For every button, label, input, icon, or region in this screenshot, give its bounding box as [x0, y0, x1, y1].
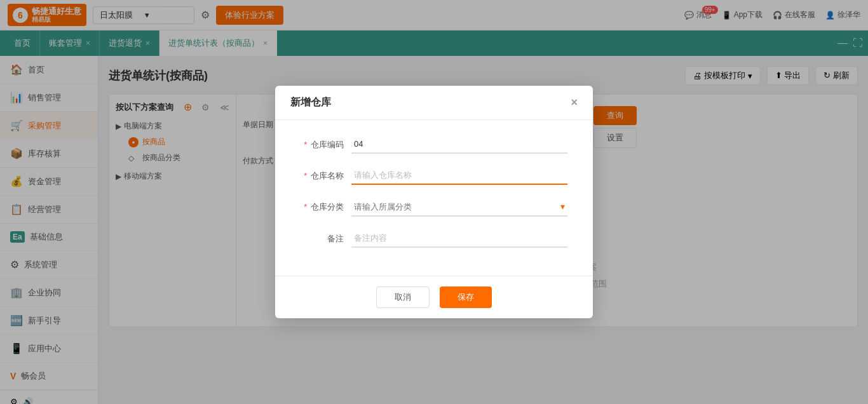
modal-overlay: 新增仓库 × * 仓库编码 * 仓库名称	[0, 0, 868, 404]
modal-close-button[interactable]: ×	[571, 96, 578, 109]
name-input[interactable]	[351, 166, 567, 185]
code-form-row: * 仓库编码	[301, 135, 567, 154]
note-input[interactable]	[351, 229, 567, 248]
required-star-code: *	[304, 140, 307, 149]
required-star-name: *	[304, 171, 307, 180]
modal-title: 新增仓库	[290, 96, 331, 109]
cancel-button[interactable]: 取消	[376, 286, 430, 308]
save-button[interactable]: 保存	[440, 286, 492, 308]
new-warehouse-modal: 新增仓库 × * 仓库编码 * 仓库名称	[275, 86, 593, 318]
category-form-row: * 仓库分类 ▾	[301, 198, 567, 217]
note-form-row: 备注	[301, 229, 567, 248]
category-dropdown-arrow[interactable]: ▾	[560, 201, 565, 212]
category-input[interactable]	[354, 202, 560, 212]
required-star-category: *	[304, 202, 307, 212]
code-label: * 仓库编码	[301, 139, 351, 151]
code-input[interactable]	[351, 135, 567, 154]
name-label: * 仓库名称	[301, 170, 351, 182]
modal-footer: 取消 保存	[275, 276, 593, 318]
category-select-row: ▾	[351, 198, 567, 217]
note-label: 备注	[301, 233, 351, 245]
name-form-row: * 仓库名称	[301, 166, 567, 185]
category-label: * 仓库分类	[301, 201, 351, 213]
modal-body: * 仓库编码 * 仓库名称 * 仓库分类	[275, 120, 593, 276]
modal-header: 新增仓库 ×	[275, 86, 593, 120]
